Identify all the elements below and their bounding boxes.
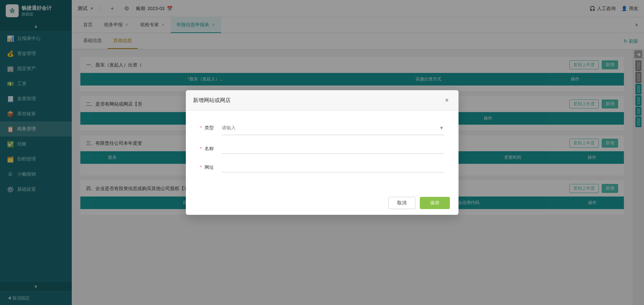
cancel-button[interactable]: 取消: [388, 197, 415, 209]
dialog-footer: 取消 保存: [186, 191, 459, 215]
form-row-type: * 类型 ▼: [200, 121, 444, 135]
type-label: * 类型: [200, 125, 222, 131]
dialog-overlay: 新增网站或网店 × * 类型 ▼ * 名称: [0, 0, 644, 305]
url-label: * 网址: [200, 164, 222, 171]
name-input[interactable]: [222, 144, 444, 154]
dialog-body: * 类型 ▼ * 名称 * 网址: [186, 111, 459, 191]
url-input[interactable]: [222, 162, 444, 172]
add-website-dialog: 新增网站或网店 × * 类型 ▼ * 名称: [186, 90, 459, 215]
type-input[interactable]: [222, 123, 439, 133]
dialog-title: 新增网站或网店: [193, 97, 231, 104]
type-field-container: ▼: [222, 121, 444, 135]
type-dropdown-icon[interactable]: ▼: [439, 125, 444, 131]
dialog-header: 新增网站或网店 ×: [186, 90, 459, 111]
form-row-name: * 名称: [200, 144, 444, 154]
form-row-url: * 网址: [200, 162, 444, 172]
dialog-close-button[interactable]: ×: [443, 96, 451, 105]
save-button[interactable]: 保存: [420, 197, 450, 209]
name-label: * 名称: [200, 145, 222, 152]
